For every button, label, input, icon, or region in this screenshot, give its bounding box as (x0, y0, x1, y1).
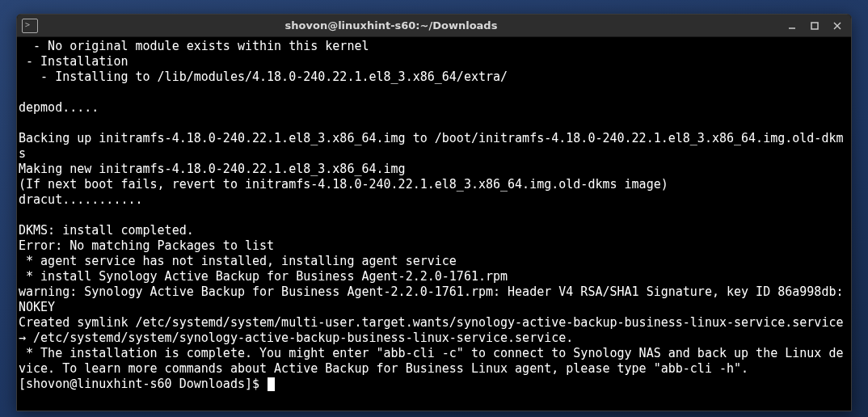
window-titlebar[interactable]: shovon@linuxhint-s60:~/Downloads (17, 15, 851, 37)
desktop-background: shovon@linuxhint-s60:~/Downloads - No or… (0, 0, 868, 417)
text-cursor (268, 377, 275, 391)
terminal-output: - No original module exists within this … (19, 39, 851, 376)
terminal-icon (22, 19, 38, 33)
maximize-button[interactable] (809, 20, 820, 32)
terminal-body[interactable]: - No original module exists within this … (17, 37, 851, 411)
window-title: shovon@linuxhint-s60:~/Downloads (16, 19, 786, 32)
close-button[interactable] (832, 20, 843, 32)
terminal-window: shovon@linuxhint-s60:~/Downloads - No or… (16, 14, 852, 411)
minimize-button[interactable] (786, 20, 798, 32)
shell-prompt: [shovon@linuxhint-s60 Downloads]$ (19, 377, 267, 391)
window-controls (786, 20, 846, 32)
svg-rect-1 (811, 23, 818, 29)
